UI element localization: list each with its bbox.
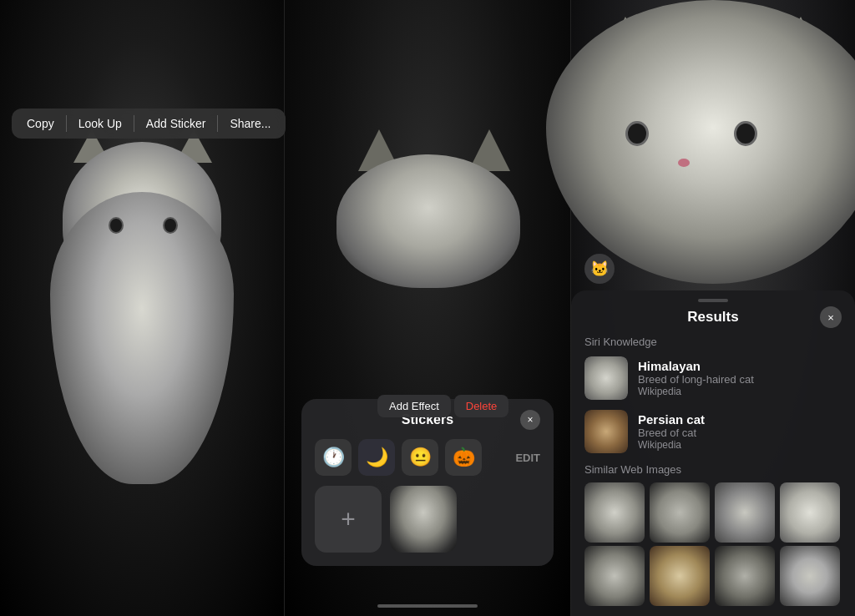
panel-left: Copy Look Up Add Sticker Share... bbox=[0, 0, 284, 616]
avatar-emoji: 🐱 bbox=[590, 260, 609, 278]
stickers-grid: + bbox=[315, 486, 540, 553]
divider-2 bbox=[134, 115, 134, 132]
cat3-eye-left bbox=[625, 121, 649, 146]
similar-image-5[interactable] bbox=[584, 546, 645, 606]
sticker-icon-moon[interactable]: 🌙 bbox=[358, 439, 395, 476]
results-title: Results bbox=[687, 309, 738, 326]
cat3-eye-right bbox=[734, 121, 757, 146]
knowledge-item-persian[interactable]: Persian cat Breed of cat Wikipedia bbox=[584, 410, 842, 453]
persian-source: Wikipedia bbox=[638, 439, 705, 451]
cat-eye-right bbox=[163, 217, 178, 234]
divider-3 bbox=[217, 115, 218, 132]
drag-handle bbox=[698, 299, 728, 302]
persian-name: Persian cat bbox=[638, 412, 705, 427]
bottom-indicator bbox=[377, 604, 478, 608]
himalayan-thumbnail bbox=[584, 356, 628, 400]
divider-1 bbox=[66, 115, 67, 132]
himalayan-text: Himalayan Breed of long-haired cat Wikip… bbox=[638, 359, 754, 397]
sticker-icon-face[interactable]: 😐 bbox=[402, 439, 438, 476]
himalayan-source: Wikipedia bbox=[638, 386, 754, 397]
panel-middle: Add Effect Delete Stickers × 🕐 🌙 😐 🎃 EDI… bbox=[284, 0, 571, 616]
persian-thumb-img bbox=[584, 410, 628, 453]
himalayan-name: Himalayan bbox=[638, 359, 754, 373]
share-button[interactable]: Share... bbox=[220, 112, 281, 135]
persian-desc: Breed of cat bbox=[638, 427, 705, 439]
add-sticker-button[interactable]: Add Sticker bbox=[136, 112, 216, 135]
sticker-icon-clock[interactable]: 🕐 bbox=[315, 439, 352, 476]
knowledge-item-himalayan[interactable]: Himalayan Breed of long-haired cat Wikip… bbox=[584, 356, 842, 400]
similar-image-4[interactable] bbox=[780, 482, 840, 543]
similar-image-3[interactable] bbox=[715, 482, 775, 543]
similar-image-6[interactable] bbox=[650, 546, 710, 606]
sticker-edit-button[interactable]: EDIT bbox=[515, 452, 540, 464]
copy-button[interactable]: Copy bbox=[17, 112, 64, 135]
results-close-button[interactable]: × bbox=[820, 306, 842, 328]
lookup-button[interactable]: Look Up bbox=[68, 112, 132, 135]
avatar[interactable]: 🐱 bbox=[584, 254, 615, 284]
results-header: Results × bbox=[571, 309, 855, 326]
similar-image-8[interactable] bbox=[780, 546, 840, 606]
stickers-close-button[interactable]: × bbox=[520, 410, 540, 430]
sticker-tooltip: Add Effect Delete bbox=[377, 395, 508, 417]
context-menu: Copy Look Up Add Sticker Share... bbox=[12, 109, 286, 139]
cat3-nose bbox=[678, 159, 690, 167]
sticker-icons-row: 🕐 🌙 😐 🎃 EDIT bbox=[315, 439, 540, 476]
sticker-icon-pumpkin[interactable]: 🎃 bbox=[445, 439, 482, 476]
results-content: Siri Knowledge Himalayan Breed of long-h… bbox=[571, 336, 855, 611]
similar-images-title: Similar Web Images bbox=[584, 463, 842, 476]
persian-thumbnail bbox=[584, 410, 628, 453]
sticker-cat-thumbnail[interactable] bbox=[390, 486, 457, 553]
siri-knowledge-section-title: Siri Knowledge bbox=[584, 336, 842, 348]
himalayan-desc: Breed of long-haired cat bbox=[638, 373, 754, 386]
add-sticker-plus-button[interactable]: + bbox=[315, 486, 382, 553]
results-panel: Results × Siri Knowledge Himalayan Breed… bbox=[571, 290, 855, 616]
similar-images-grid-row2 bbox=[584, 546, 842, 606]
himalayan-thumb-img bbox=[584, 356, 628, 400]
delete-button[interactable]: Delete bbox=[454, 395, 509, 417]
similar-image-7[interactable] bbox=[715, 546, 775, 606]
stickers-panel: Stickers × 🕐 🌙 😐 🎃 EDIT + bbox=[301, 399, 554, 566]
cat2-head bbox=[336, 154, 520, 288]
similar-image-2[interactable] bbox=[650, 482, 710, 543]
add-effect-button[interactable]: Add Effect bbox=[377, 395, 451, 417]
similar-image-1[interactable] bbox=[584, 482, 645, 543]
cat-eye-left bbox=[109, 217, 124, 234]
persian-text: Persian cat Breed of cat Wikipedia bbox=[638, 412, 705, 451]
panel-right: 🐱 Results × Siri Knowledge Himalayan Bre… bbox=[571, 0, 855, 616]
similar-images-grid bbox=[584, 482, 842, 543]
